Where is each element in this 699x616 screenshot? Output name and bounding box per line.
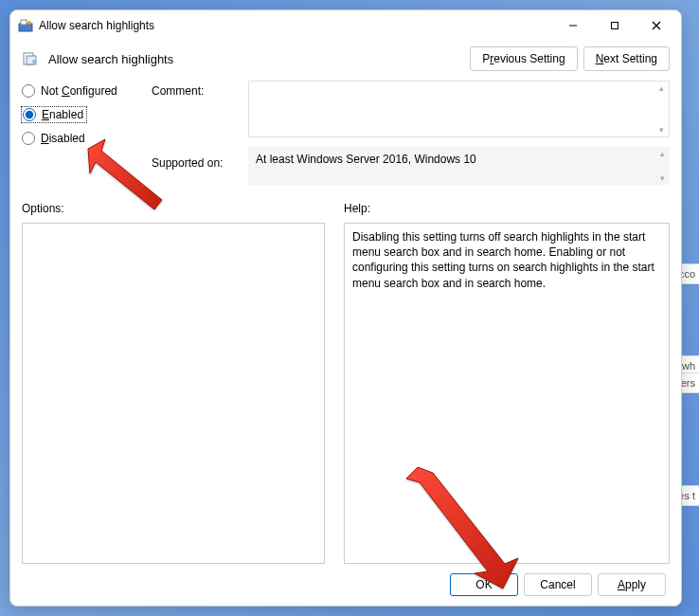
svg-rect-1: [21, 20, 27, 25]
cancel-button[interactable]: Cancel: [524, 573, 592, 596]
policy-editor-window: Allow search highlights Allow search hig…: [9, 9, 682, 607]
help-label: Help:: [344, 202, 670, 215]
radio-enabled[interactable]: Enabled: [22, 107, 86, 122]
minimize-button[interactable]: [552, 11, 594, 40]
apply-button[interactable]: Apply: [598, 573, 666, 596]
comment-textarea[interactable]: ▴▾: [248, 81, 670, 137]
header-row: Allow search highlights Previous Setting…: [10, 41, 681, 81]
next-setting-button[interactable]: Next Setting: [583, 46, 670, 71]
previous-setting-button[interactable]: Previous Setting: [470, 46, 577, 71]
radio-disabled[interactable]: Disabled: [22, 132, 140, 145]
help-box: Disabling this setting turns off search …: [344, 223, 670, 564]
setting-name: Allow search highlights: [48, 52, 173, 66]
window-title: Allow search highlights: [39, 19, 154, 32]
options-box[interactable]: [22, 223, 325, 564]
scroll-indicator: ▴▾: [655, 83, 667, 135]
options-label: Options:: [22, 202, 325, 215]
ok-button[interactable]: OK: [450, 573, 518, 596]
close-button[interactable]: [636, 11, 677, 40]
app-icon: [18, 18, 33, 33]
scroll-indicator: ▴▾: [656, 149, 668, 183]
svg-point-9: [32, 60, 36, 63]
supported-on-box: At least Windows Server 2016, Windows 10…: [248, 147, 670, 185]
content-area: Not Configured Enabled Disabled Comment:…: [10, 81, 681, 606]
maximize-button[interactable]: [594, 11, 636, 40]
policy-icon: [22, 50, 39, 67]
footer-buttons: OK Cancel Apply: [22, 564, 670, 598]
radio-not-configured[interactable]: Not Configured: [22, 84, 140, 98]
titlebar: Allow search highlights: [10, 10, 681, 41]
state-radio-group: Not Configured Enabled Disabled: [22, 81, 140, 185]
svg-rect-4: [612, 23, 618, 29]
svg-point-2: [27, 21, 31, 25]
comment-label: Comment:: [152, 84, 237, 98]
supported-on-label: Supported on:: [152, 156, 237, 170]
